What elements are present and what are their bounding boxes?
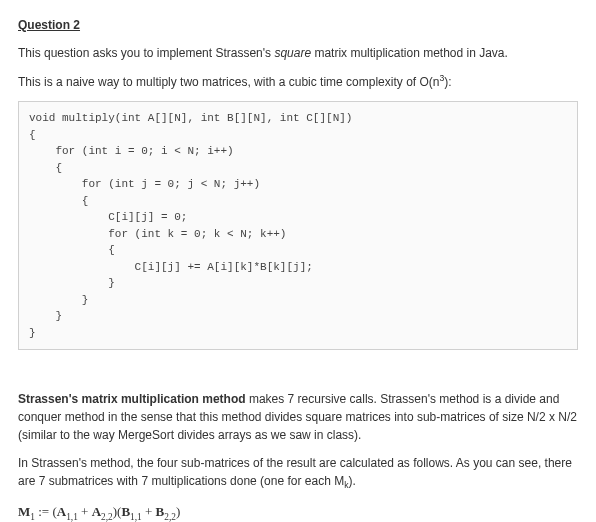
strassen-paragraph: Strassen's matrix multiplication method … — [18, 390, 578, 444]
intro-paragraph: This question asks you to implement Stra… — [18, 44, 578, 62]
code-block: void multiply(int A[][N], int B[][N], in… — [18, 101, 578, 350]
naive-paragraph: This is a naive way to multiply two matr… — [18, 72, 578, 91]
m1-sub: 1 — [30, 512, 35, 522]
intro-text-pre: This question asks you to implement Stra… — [18, 46, 274, 60]
naive-text-post: ): — [444, 75, 451, 89]
m1-b1: 1,1 — [130, 512, 142, 522]
m1-b2: 2,2 — [164, 512, 176, 522]
intro-text-post: matrix multiplication method in Java. — [311, 46, 508, 60]
strassen-strong: Strassen's matrix multiplication method — [18, 392, 246, 406]
naive-text-pre: This is a naive way to multiply two matr… — [18, 75, 439, 89]
question-title: Question 2 — [18, 16, 578, 34]
m1-a2: 2,2 — [101, 512, 113, 522]
submatrix-post: ). — [348, 474, 355, 488]
intro-text-em: square — [274, 46, 311, 60]
formula-m1: M1 := (A1,1 + A2,2)(B1,1 + B2,2) — [18, 502, 578, 522]
submatrix-paragraph: In Strassen's method, the four sub-matri… — [18, 454, 578, 492]
submatrix-pre: In Strassen's method, the four sub-matri… — [18, 456, 572, 488]
formula-block: M1 := (A1,1 + A2,2)(B1,1 + B2,2) M2 := (… — [18, 502, 578, 522]
m1-a1: 1,1 — [66, 512, 78, 522]
